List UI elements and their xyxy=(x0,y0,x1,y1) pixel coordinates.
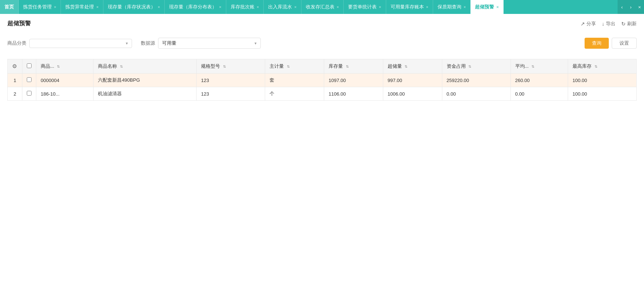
sort-icon-max-stock[interactable]: ⇅ xyxy=(594,64,597,68)
chevron-down-icon: ▾ xyxy=(126,41,128,46)
page-container: 超储预警 ↗ 分享 ↓ 导出 ↻ 刷新 商品分类 ▾ 数据源 xyxy=(0,14,644,107)
sort-icon-stock[interactable]: ⇅ xyxy=(346,64,349,68)
sort-icon-capital[interactable]: ⇅ xyxy=(468,64,471,68)
col-product-name-header: 商品名称 ⇅ xyxy=(94,59,197,74)
cell-stock-0: 1097.00 xyxy=(324,74,383,87)
sort-icon-product-name[interactable]: ⇅ xyxy=(120,64,123,68)
tab-overstock-close[interactable]: × xyxy=(496,5,498,9)
gear-icon[interactable]: ⚙ xyxy=(12,63,17,69)
tab-available-close[interactable]: × xyxy=(426,5,428,9)
cell-product-code-1: 186-10... xyxy=(36,87,94,101)
tab-summary-close[interactable]: × xyxy=(337,5,339,9)
share-icon: ↗ xyxy=(581,21,585,27)
tab-abnormal[interactable]: 拣货异常处理 × xyxy=(61,0,103,14)
tab-home[interactable]: 首页 xyxy=(0,0,19,14)
tab-expiry-close[interactable]: × xyxy=(464,5,466,9)
row-checkbox-1 xyxy=(22,87,36,101)
tab-inventory-dist-close[interactable]: × xyxy=(219,5,221,9)
tab-flow-close[interactable]: × xyxy=(294,5,296,9)
col-unit-header: 主计量 ⇅ xyxy=(265,59,324,74)
cell-avg-0: 260.00 xyxy=(511,74,568,87)
row-num-1: 2 xyxy=(8,87,22,101)
cell-stock-1: 1106.00 xyxy=(324,87,383,101)
select-all-checkbox[interactable] xyxy=(27,63,32,68)
data-table: ⚙ 商品... ⇅ 商品名称 ⇅ 规格型号 ⇅ 主计量 xyxy=(7,59,637,101)
col-capital-header: 资金占用 ⇅ xyxy=(442,59,511,74)
filter-buttons: 查询 设置 xyxy=(585,38,637,49)
row-select-0[interactable] xyxy=(27,77,32,82)
tab-order-stat[interactable]: 要货单统计表 × xyxy=(344,0,386,14)
query-button[interactable]: 查询 xyxy=(585,38,609,49)
share-link[interactable]: ↗ 分享 xyxy=(581,21,596,27)
tab-task-label: 拣货任务管理 xyxy=(23,4,52,10)
export-link[interactable]: ↓ 导出 xyxy=(602,21,615,27)
page-header: 超储预警 ↗ 分享 ↓ 导出 ↻ 刷新 xyxy=(7,20,637,27)
cell-product-code-0: 0000004 xyxy=(36,74,94,87)
tab-task[interactable]: 拣货任务管理 × xyxy=(19,0,61,14)
cell-product-name-0: 六配套新昌490BPG xyxy=(94,74,197,87)
tab-order-stat-label: 要货单统计表 xyxy=(348,4,377,10)
tab-batch-label: 库存批次账 xyxy=(231,4,255,10)
row-select-1[interactable] xyxy=(27,91,32,96)
category-label: 商品分类 xyxy=(7,40,26,47)
tab-order-stat-close[interactable]: × xyxy=(379,5,381,9)
datasource-value: 可用量 xyxy=(162,40,176,47)
tab-summary-label: 收发存汇总表 xyxy=(306,4,334,10)
cell-capital-1: 0.00 xyxy=(442,87,511,101)
tab-available-label: 可用量库存账本 xyxy=(391,4,424,10)
tab-inventory-dist-label: 现存量（库存分布表） xyxy=(169,4,217,10)
col-max-stock-header: 最高库存 ⇅ xyxy=(568,59,636,74)
sort-icon-avg[interactable]: ⇅ xyxy=(531,64,534,68)
col-stock-header: 库存量 ⇅ xyxy=(324,59,383,74)
table-row: 1 0000004 六配套新昌490BPG 123 套 1097.00 997.… xyxy=(8,74,637,87)
tab-batch-close[interactable]: × xyxy=(257,5,259,9)
cell-max-stock-0: 100.00 xyxy=(568,74,636,87)
filter-row: 商品分类 ▾ 数据源 可用量 ▾ 查询 设置 xyxy=(7,33,637,53)
tab-flow[interactable]: 出入库流水 × xyxy=(264,0,301,14)
settings-button[interactable]: 设置 xyxy=(612,38,637,49)
tab-expiry[interactable]: 保质期查询 × xyxy=(433,0,471,14)
nav-prev-button[interactable]: ‹ xyxy=(618,0,626,14)
tab-inventory-dist[interactable]: 现存量（库存分布表） × xyxy=(165,0,226,14)
export-label: 导出 xyxy=(606,21,615,27)
cell-unit-0: 套 xyxy=(265,74,324,87)
nav-tabs: 首页 拣货任务管理 × 拣货异常处理 × 现存量（库存状况表） × 现存量（库存… xyxy=(0,0,644,14)
tab-inventory-status-close[interactable]: × xyxy=(158,5,160,9)
filter-category: 商品分类 ▾ xyxy=(7,39,132,48)
sort-icon-spec[interactable]: ⇅ xyxy=(223,64,226,68)
tab-summary[interactable]: 收发存汇总表 × xyxy=(301,0,344,14)
tab-abnormal-label: 拣货异常处理 xyxy=(65,4,94,10)
cell-capital-0: 259220.00 xyxy=(442,74,511,87)
col-overstock-header: 超储量 ⇅ xyxy=(383,59,442,74)
cell-avg-1: 0.00 xyxy=(511,87,568,101)
datasource-label: 数据源 xyxy=(141,40,155,47)
cell-overstock-1: 1006.00 xyxy=(383,87,442,101)
refresh-icon: ↻ xyxy=(621,21,626,27)
col-avg-header: 平均... ⇅ xyxy=(511,59,568,74)
col-checkbox-header xyxy=(22,59,36,74)
datasource-select[interactable]: 可用量 ▾ xyxy=(158,38,261,49)
tab-inventory-status[interactable]: 现存量（库存状况表） × xyxy=(103,0,165,14)
refresh-link[interactable]: ↻ 刷新 xyxy=(621,21,637,27)
tab-batch[interactable]: 库存批次账 × xyxy=(226,0,264,14)
row-checkbox-0 xyxy=(22,74,36,87)
nav-next-button[interactable]: › xyxy=(626,0,635,14)
tab-abnormal-close[interactable]: × xyxy=(96,5,98,9)
cell-unit-1: 个 xyxy=(265,87,324,101)
tab-inventory-status-label: 现存量（库存状况表） xyxy=(108,4,155,10)
tab-available[interactable]: 可用量库存账本 × xyxy=(386,0,433,14)
category-select[interactable]: ▾ xyxy=(29,39,132,48)
tab-overstock[interactable]: 超储预警 × xyxy=(471,0,503,14)
sort-icon-overstock[interactable]: ⇅ xyxy=(405,64,407,68)
cell-spec-1: 123 xyxy=(197,87,265,101)
tab-expiry-label: 保质期查询 xyxy=(438,4,461,10)
cell-overstock-0: 997.00 xyxy=(383,74,442,87)
sort-icon-product-code[interactable]: ⇅ xyxy=(57,64,60,68)
tab-task-close[interactable]: × xyxy=(54,5,56,9)
sort-icon-unit[interactable]: ⇅ xyxy=(287,64,290,68)
cell-max-stock-1: 100.00 xyxy=(568,87,636,101)
tab-home-label: 首页 xyxy=(4,4,14,10)
nav-close-button[interactable]: × xyxy=(635,0,644,14)
col-spec-header: 规格型号 ⇅ xyxy=(197,59,265,74)
datasource-chevron-icon: ▾ xyxy=(255,41,257,46)
